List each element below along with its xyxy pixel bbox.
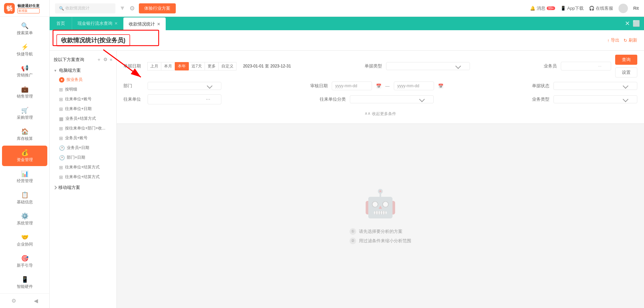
sidebar-item-hardware[interactable]: 📱 智能硬件 [2, 272, 47, 293]
trial-button[interactable]: 体验行业方案 [139, 3, 176, 13]
tab-receipt-stat-close[interactable]: ✕ [157, 22, 160, 27]
grid-icon-5: ⊞ [59, 126, 63, 131]
messages-label: 消息 [537, 5, 545, 11]
date-to: 至 [265, 63, 269, 69]
left-panel: 按以下方案查询 ＋ ⚙ « ▼ 电脑端方案 ● 按业务员 [50, 51, 117, 308]
messages-btn[interactable]: 🔔 消息 99+ [530, 5, 555, 11]
grid-icon-1: ⊞ [59, 87, 63, 92]
finance-icon: 💰 [21, 149, 29, 156]
date-label: 单据日期 [123, 63, 144, 69]
date-tab-more[interactable]: 更多 [205, 62, 219, 70]
panel-item-partner-date[interactable]: ⊞ 往来单位+日期 [50, 104, 116, 114]
basic-icon: 📋 [21, 191, 29, 199]
step-2-label: 用过滤条件来缩小分析范围 [359, 238, 411, 244]
panel-item-salesperson-account[interactable]: ⊞ 业务员+账号 [50, 133, 116, 143]
sidebar-item-operation[interactable]: 📊 经营管理 [2, 167, 47, 187]
refresh-btn[interactable]: ↻ 刷新 [624, 37, 637, 43]
sidebar-item-search[interactable]: 🔍 搜索菜单 [2, 19, 47, 39]
calendar-start-icon[interactable]: 📅 [376, 84, 381, 89]
online-service-btn[interactable]: 🎧 在线客服 [589, 5, 613, 11]
business-type-chevron-icon [623, 97, 629, 102]
sidebar-item-sales[interactable]: 💼 销售管理 [2, 82, 47, 103]
sidebar-item-enterprise[interactable]: 🤝 企业协同 [2, 230, 47, 251]
step-1-num: ① [350, 228, 356, 235]
partner-category-select[interactable] [350, 95, 434, 103]
logo-text: 畅捷通好生意 标准版 [17, 3, 40, 13]
window-resize-icon[interactable]: ⬜ [633, 20, 640, 27]
sidebar-item-finance[interactable]: 💰 资金管理 [2, 146, 47, 166]
tab-bank-flow-label: 现金银行流水查询 [77, 20, 112, 27]
grid-icon-3: ⊞ [59, 106, 63, 112]
export-btn[interactable]: ↑ 导出 [607, 37, 620, 43]
business-type-label: 业务类型 [532, 96, 549, 102]
app-download-btn[interactable]: 📱 App下载 [560, 5, 584, 11]
sidebar-item-basic[interactable]: 📋 基础信息 [2, 188, 47, 208]
partner-select[interactable]: ··· [148, 94, 221, 104]
panel-item-partner-dept[interactable]: ⊞ 按往来单位+部门+收... [50, 123, 116, 133]
topbar-gear-icon[interactable]: ⚙ [129, 5, 135, 12]
sidebar-item-quick-nav[interactable]: ⚡ 快捷导航 [2, 40, 47, 60]
sidebar-bottom: ⚙ ◀ [0, 293, 49, 308]
panel-collapse-btn[interactable]: « [110, 57, 112, 63]
grid-icon-2: ⊞ [59, 97, 63, 102]
tab-receipt-stat[interactable]: 收款情况统计 ✕ [123, 17, 166, 31]
sidebar-item-marketing[interactable]: 📢 营销推广 [2, 61, 47, 82]
panel-item-partner-settle-2[interactable]: ⊞ 往来单位+结算方式 [50, 172, 116, 182]
sidebar-settings-btn[interactable]: ⚙ [10, 296, 17, 305]
date-tab-custom[interactable]: 自定义 [218, 62, 236, 70]
panel-item-by-detail[interactable]: ⊞ 按明细 [50, 85, 116, 94]
sidebar-item-purchase[interactable]: 🛒 采购管理 [2, 103, 47, 124]
panel-item-salesperson-settle[interactable]: ▦ 业务员+结算方式 [50, 114, 116, 123]
window-close-icon[interactable]: ✕ [625, 20, 630, 27]
topbar-search[interactable]: 🔍 收款情况统计 [55, 3, 115, 13]
active-item-icon: ● [59, 77, 64, 83]
collapse-up-icon: ∧∧ [365, 111, 371, 117]
sidebar-item-guide[interactable]: 🎯 新手引导 [2, 251, 47, 272]
review-date-start-input[interactable]: yyyy-mm-dd [332, 82, 372, 90]
review-date-end-input[interactable]: yyyy-mm-dd [394, 82, 434, 90]
app-download-label: App下载 [567, 5, 584, 11]
panel-item-partner-settle-1[interactable]: ⊞ 往来单位+结算方式 [50, 162, 116, 172]
panel-item-by-salesperson[interactable]: ● 按业务员 [50, 75, 116, 85]
panel-settings-btn[interactable]: ⚙ [103, 57, 108, 63]
guide-icon: 🎯 [21, 255, 29, 262]
date-tab-7days[interactable]: 近7天 [189, 62, 205, 70]
sidebar-item-system[interactable]: ⚙️ 系统管理 [2, 209, 47, 229]
panel-item-salesperson-date[interactable]: 🕐 业务员+日期 [50, 143, 116, 153]
salesperson-select[interactable]: ··· [561, 62, 611, 70]
sidebar-label-basic: 基础信息 [17, 199, 33, 205]
empty-step-2: ② 用过滤条件来缩小分析范围 [350, 238, 411, 244]
business-type-select[interactable] [553, 95, 637, 103]
dept-chevron-icon [207, 83, 213, 89]
settings-button[interactable]: 设置 [615, 67, 637, 78]
download-icon: 📱 [560, 6, 566, 11]
doc-status-select[interactable] [553, 82, 637, 90]
panel-section-mobile-title[interactable]: 移动端方案 [50, 183, 116, 192]
collapse-row[interactable]: ∧∧ 收起更多条件 [123, 108, 637, 119]
partner-dots-icon[interactable]: ··· [205, 96, 212, 102]
topbar-search-icon: 🔍 [59, 6, 64, 11]
review-date-end-val: yyyy-mm-dd [397, 84, 419, 88]
user-avatar[interactable] [619, 4, 628, 13]
dept-select[interactable] [148, 82, 221, 90]
sidebar-item-inventory[interactable]: 🏠 库存核算 [2, 124, 47, 145]
tab-home[interactable]: 首页 [50, 17, 72, 30]
panel-item-partner-account[interactable]: ⊞ 往来单位+账号 [50, 94, 116, 104]
date-tab-last-month[interactable]: 上月 [147, 62, 161, 70]
tab-bank-flow[interactable]: 现金银行流水查询 ✕ [72, 17, 123, 30]
tab-bank-flow-close[interactable]: ✕ [114, 21, 118, 26]
date-tab-this-year[interactable]: 本年 [175, 62, 189, 70]
query-button[interactable]: 查询 [615, 55, 637, 65]
date-start: 2023-01-01 [243, 64, 264, 68]
panel-item-dept-date[interactable]: 🕐 部门+日期 [50, 153, 116, 162]
system-icon: ⚙️ [21, 212, 29, 220]
topbar-dropdown-icon[interactable]: ▼ [119, 5, 125, 12]
calendar-end-icon[interactable]: 📅 [438, 84, 443, 89]
panel-section-desktop-title[interactable]: ▼ 电脑端方案 [50, 66, 116, 75]
page-actions: ↑ 导出 ↻ 刷新 [607, 37, 638, 43]
panel-add-btn[interactable]: ＋ [97, 57, 101, 63]
date-tab-this-month[interactable]: 本月 [161, 62, 175, 70]
page-title: 收款情况统计(按业务员) [61, 37, 125, 44]
doc-type-select[interactable] [386, 62, 470, 70]
sidebar-collapse-btn[interactable]: ◀ [33, 296, 39, 305]
